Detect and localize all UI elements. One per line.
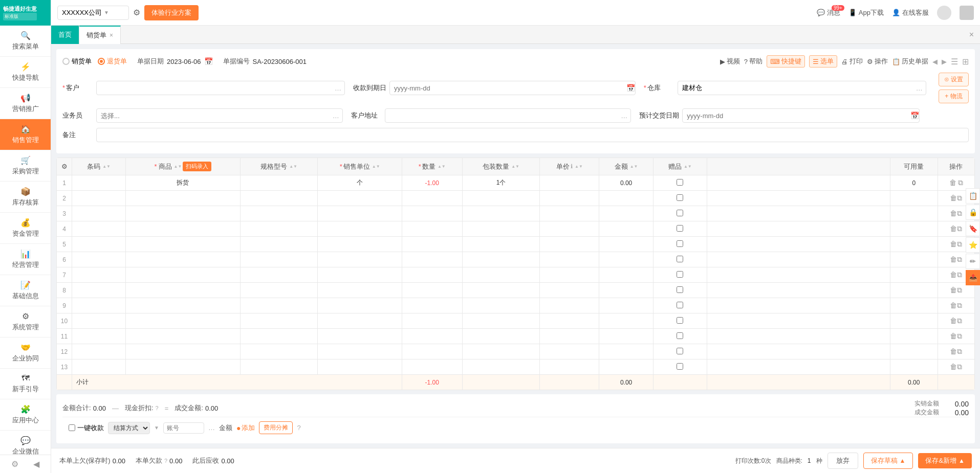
trial-button[interactable]: 体验行业方案 [144,5,199,20]
th-qty[interactable]: *数量▲▼ [402,158,462,175]
gift-checkbox[interactable] [677,179,683,186]
copy-row-btn[interactable]: ⧉ [957,209,962,218]
float-lock-btn[interactable]: 🔒 [966,205,980,220]
collapse-icon[interactable]: ◀ [33,459,39,469]
row-gift[interactable] [653,175,707,191]
grid-view-icon[interactable]: ⊞ [962,57,969,66]
salesman-dots-btn[interactable]: … [330,112,342,120]
th-unit[interactable]: *销售单位▲▼ [318,158,402,175]
history-btn[interactable]: 📋 历史单据 [892,57,928,66]
sidebar-item-collab[interactable]: 🤝 企业协同 [0,337,51,369]
copy-row-btn[interactable]: ⧉ [957,347,962,356]
close-window-icon[interactable]: × [969,30,980,39]
radio-return-order[interactable]: 退货单 [98,57,127,66]
th-amount[interactable]: 金额▲▼ [599,158,653,175]
sidebar-item-wechat[interactable]: 💬 企业微信 [0,431,51,455]
copy-row-btn[interactable]: ⧉ [957,255,962,264]
warehouse-wrapper[interactable]: … [678,81,926,95]
save-draft-button[interactable]: 保存草稿 ▲ [863,453,913,469]
float-tag-btn[interactable]: 🔖 [966,221,980,236]
delete-row-btn[interactable]: 🗑 [950,286,957,294]
customer-input[interactable] [97,81,332,95]
copy-row-btn[interactable]: ⧉ [957,363,962,371]
tab-sales-order[interactable]: 销货单 × [79,26,121,44]
copy-row-btn[interactable]: ⧉ [957,332,962,341]
copy-row-btn[interactable]: ⧉ [957,224,962,233]
sidebar-item-base[interactable]: 📝 基础信息 [0,275,51,306]
delete-row-btn[interactable]: 🗑 [950,240,957,248]
one-click-checkbox[interactable] [69,424,75,431]
delete-row-btn[interactable]: 🗑 [950,363,957,371]
sidebar-item-operations[interactable]: 📊 经营管理 [0,244,51,275]
gift-checkbox[interactable] [677,240,683,247]
expense-help-icon[interactable]: ? [297,424,300,432]
tab-close-icon[interactable]: × [110,32,113,39]
shortcut-btn[interactable]: ⌨ 快捷键 [767,55,805,67]
sidebar-item-apps[interactable]: 🧩 应用中心 [0,399,51,431]
user-avatar-2[interactable] [960,6,974,20]
radio-sales-order[interactable]: 销货单 [62,57,92,66]
account-dots-btn[interactable]: … [208,424,215,432]
filter-btn[interactable]: ☰ 选单 [809,55,837,67]
delete-row-btn[interactable]: 🗑 [950,224,957,233]
delivery-calendar-icon[interactable]: 📅 [910,111,919,120]
messages-button[interactable]: 💬 消息 99+ [817,8,840,17]
row-barcode[interactable] [72,175,126,191]
nav-prev-icon[interactable]: ◀ [932,58,938,65]
copy-row-btn[interactable]: ⧉ [958,178,963,187]
float-star-btn[interactable]: ⭐ [966,237,980,253]
scan-barcode-button[interactable]: 扫码录入 [183,162,211,171]
help-btn[interactable]: ? 帮助 [744,57,763,66]
gift-checkbox[interactable] [677,317,683,324]
gift-checkbox[interactable] [677,210,683,216]
sidebar-item-search[interactable]: 🔍 搜索菜单 [0,26,51,57]
doc-date-calendar-icon[interactable]: 📅 [204,57,213,65]
gift-checkbox[interactable] [677,286,683,293]
gift-checkbox[interactable] [677,332,683,339]
sidebar-item-marketing[interactable]: 📢 营销推广 [0,88,51,119]
copy-row-btn[interactable]: ⧉ [957,240,962,249]
warehouse-input[interactable] [678,81,913,95]
settings-button[interactable]: ⚙ [133,8,140,17]
list-view-icon[interactable]: ☰ [951,57,958,66]
expense-split-btn[interactable]: 费用分摊 [259,421,293,434]
row-pack-qty[interactable]: 1个 [462,175,540,191]
settings-side-btn[interactable]: ⊙ 设置 [939,73,969,86]
th-product[interactable]: *商品▲▼ 扫码录入 [126,158,240,175]
delete-row-btn[interactable]: 🗑 [950,347,957,355]
video-btn[interactable]: ▶ 视频 [720,57,740,66]
customer-addr-wrapper[interactable]: … [385,108,631,123]
one-click-payment[interactable]: 一键收款 [69,423,104,433]
th-pack-qty[interactable]: 包装数量▲▼ [462,158,540,175]
delete-row-btn[interactable]: 🗑 [950,332,957,340]
float-notes-btn[interactable]: 📋 [966,188,980,204]
th-spec[interactable]: 规格型号▲▼ [240,158,318,175]
copy-row-btn[interactable]: ⧉ [957,301,962,310]
logistics-btn[interactable]: + 物流 [939,89,969,103]
price-info-icon[interactable]: ℹ [571,163,573,170]
salesman-wrapper[interactable]: … [96,108,343,123]
delete-row-btn[interactable]: 🗑 [950,301,957,309]
sidebar-item-finance[interactable]: 💰 资金管理 [0,213,51,244]
delete-row-btn[interactable]: 🗑 [950,209,957,217]
customer-dots-btn[interactable]: … [332,84,344,92]
calc-method-select[interactable]: 结算方式 [108,422,150,434]
delivery-date-input[interactable] [683,109,910,122]
sidebar-item-guide[interactable]: 🗺 新手引导 [0,369,51,399]
th-settings[interactable]: ⚙ [57,158,72,175]
sidebar-item-system[interactable]: ⚙ 系统管理 [0,306,51,337]
remark-input[interactable] [97,128,968,142]
gift-checkbox[interactable] [677,363,683,370]
copy-row-btn[interactable]: ⧉ [957,317,962,325]
float-edit-btn[interactable]: ✏ [966,254,980,269]
tab-home[interactable]: 首页 [51,26,79,44]
gift-checkbox[interactable] [677,225,683,232]
warehouse-dots-btn[interactable]: … [913,84,926,92]
customer-input-wrapper[interactable]: … [96,81,345,95]
row-remark[interactable] [707,175,890,191]
gift-checkbox[interactable] [677,271,683,278]
row-qty[interactable]: -1.00 [402,175,462,191]
copy-row-btn[interactable]: ⧉ [957,286,962,295]
delete-row-btn[interactable]: 🗑 [950,271,957,279]
settings-icon[interactable]: ⚙ [11,459,18,469]
